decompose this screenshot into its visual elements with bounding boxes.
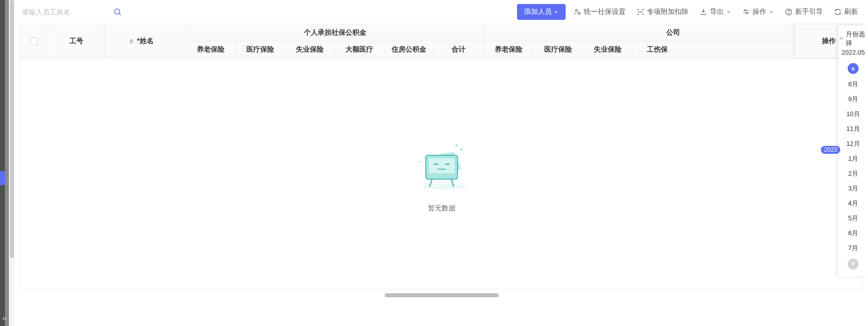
- month-item[interactable]: 4月: [846, 198, 860, 209]
- month-item[interactable]: 1月: [846, 153, 860, 164]
- th-large-medical: 大额医疗: [335, 41, 384, 58]
- month-item[interactable]: 9月: [846, 94, 860, 105]
- th-employee-id[interactable]: 工号: [48, 24, 105, 58]
- svg-point-8: [747, 12, 748, 14]
- sidebar-active-indicator: [0, 171, 5, 185]
- month-scroll-up-button[interactable]: [848, 63, 859, 74]
- sort-desc-icon: [129, 41, 133, 44]
- th-checkbox: [20, 24, 48, 58]
- month-item[interactable]: 10月: [844, 109, 862, 120]
- sidebar-expand-toggle[interactable]: [1, 315, 8, 322]
- data-table: 工号 *姓名 个人承担社保公积金 养老保险 医疗保险 失业保险 大额医疗 住房公…: [20, 24, 863, 289]
- th-total: 合计: [434, 41, 483, 58]
- sort-arrows[interactable]: [129, 38, 133, 44]
- main-content: 添加人员 统一社保设置 专项附加扣除 导出 操作: [15, 0, 868, 326]
- year-badge: 2023: [821, 146, 840, 154]
- scrollbar-thumb[interactable]: [10, 0, 14, 258]
- svg-point-2: [576, 9, 578, 11]
- empty-state: 暂无数据: [20, 58, 863, 289]
- month-item[interactable]: 6月: [846, 228, 860, 239]
- sidebar-collapsed: [0, 0, 9, 326]
- add-person-label: 添加人员: [524, 7, 552, 16]
- svg-line-1: [119, 13, 120, 15]
- month-item[interactable]: 2月: [846, 168, 860, 179]
- th-c-medical: 医疗保险: [533, 41, 583, 58]
- svg-point-0: [115, 9, 120, 14]
- svg-point-10: [788, 13, 789, 14]
- search-input[interactable]: [20, 4, 124, 20]
- sidebar-inner: [0, 0, 5, 326]
- scan-icon: [637, 8, 644, 16]
- chevron-down-icon: [769, 9, 774, 14]
- export-label: 导出: [710, 7, 724, 16]
- social-settings-label: 统一社保设置: [584, 7, 626, 16]
- month-panel-title: 月份选择: [846, 30, 868, 48]
- month-item[interactable]: 11月: [844, 124, 862, 134]
- month-item[interactable]: 8月: [846, 79, 860, 90]
- toolbar: 添加人员 统一社保设置 专项附加扣除 导出 操作: [15, 0, 868, 24]
- social-settings-link[interactable]: 统一社保设置: [571, 7, 629, 16]
- svg-point-20: [418, 161, 420, 162]
- special-deduction-link[interactable]: 专项附加扣除: [634, 7, 692, 16]
- month-scroll-down-button[interactable]: [848, 259, 859, 269]
- chevron-down-icon: [726, 9, 731, 14]
- svg-point-11: [422, 184, 466, 190]
- empty-illustration: [407, 134, 476, 194]
- guide-label: 新手引导: [795, 7, 823, 16]
- select-all-checkbox[interactable]: [30, 37, 38, 45]
- month-panel-current: 2022.05: [842, 49, 865, 56]
- chevron-down-icon: [554, 9, 559, 14]
- empty-text: 暂无数据: [428, 204, 456, 213]
- th-c-unemployment: 失业保险: [583, 41, 633, 58]
- operation-link[interactable]: 操作: [739, 7, 777, 16]
- search-wrap: [20, 4, 124, 20]
- th-medical: 医疗保险: [236, 41, 286, 58]
- month-item[interactable]: 5月: [846, 213, 860, 224]
- th-name[interactable]: *姓名: [105, 24, 186, 58]
- svg-rect-13: [429, 158, 455, 173]
- horizontal-scrollbar-thumb[interactable]: [385, 293, 499, 297]
- month-picker-panel: 月份选择 2022.05 8月 9月 10月 11月 12月 1月 2月 3月 …: [838, 26, 868, 276]
- search-icon[interactable]: [113, 7, 122, 16]
- export-icon: [699, 8, 707, 16]
- sort-asc-icon: [129, 38, 133, 41]
- collapse-right-icon[interactable]: [838, 35, 844, 42]
- svg-point-6: [745, 9, 746, 11]
- refresh-icon: [834, 8, 842, 16]
- refresh-label: 刷新: [844, 7, 858, 16]
- guide-link[interactable]: 新手引导: [782, 7, 826, 16]
- month-item[interactable]: 12月: [844, 138, 862, 149]
- month-panel-header: 月份选择: [838, 30, 868, 49]
- th-housing-fund: 住房公积金: [384, 41, 434, 58]
- th-c-pension: 养老保险: [484, 41, 533, 58]
- th-group-personal: 个人承担社保公积金 养老保险 医疗保险 失业保险 大额医疗 住房公积金 合计: [186, 24, 484, 59]
- th-unemployment: 失业保险: [286, 41, 335, 58]
- export-link[interactable]: 导出: [696, 7, 734, 16]
- special-deduction-label: 专项附加扣除: [647, 7, 689, 16]
- month-item[interactable]: 3月: [846, 183, 860, 194]
- sliders-icon: [742, 8, 750, 16]
- add-person-button[interactable]: 添加人员: [517, 4, 566, 20]
- month-item[interactable]: 7月: [846, 243, 860, 254]
- th-pension: 养老保险: [186, 41, 236, 58]
- th-c-work-injury: 工伤保: [633, 41, 682, 58]
- help-icon: [785, 8, 793, 16]
- operation-label: 操作: [752, 7, 766, 16]
- svg-point-19: [461, 148, 463, 150]
- person-gear-icon: [574, 8, 581, 16]
- month-list: 8月 9月 10月 11月 12月 1月 2月 3月 4月 5月 6月 7月: [844, 79, 862, 254]
- th-personal-title: 个人承担社保公积金: [186, 24, 483, 41]
- vertical-scrollbar[interactable]: [9, 0, 15, 326]
- refresh-link[interactable]: 刷新: [831, 7, 861, 16]
- th-name-label: *姓名: [137, 37, 153, 46]
- table-header: 工号 *姓名 个人承担社保公积金 养老保险 医疗保险 失业保险 大额医疗 住房公…: [20, 24, 863, 59]
